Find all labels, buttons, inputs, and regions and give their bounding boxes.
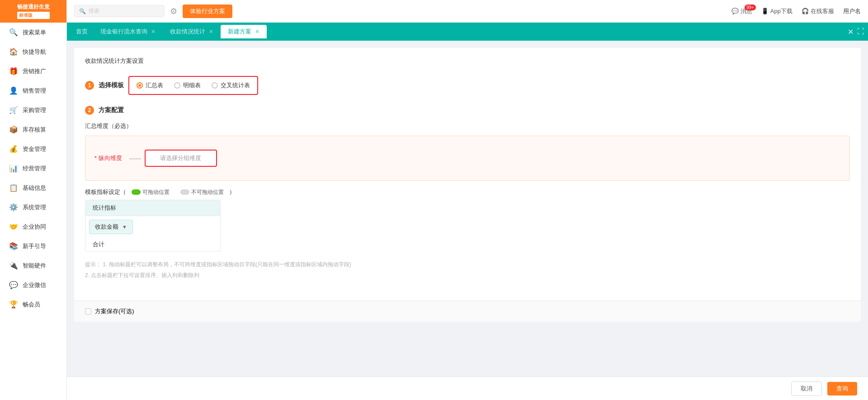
hint-item-2: 2. 点击标题栏下拉可设置排序、插入列和删除列 xyxy=(85,270,850,281)
sidebar-item-system[interactable]: ⚙️ 系统管理 xyxy=(0,198,66,217)
message-icon: 💬 xyxy=(731,8,739,14)
operation-icon: 📊 xyxy=(9,164,18,173)
message-btn[interactable]: 💬 99+ 消息 xyxy=(731,7,752,15)
app-logo: 畅捷通好生意 标准版 xyxy=(0,0,66,23)
topbar-right: 💬 99+ 消息 📱 App下载 🎧 在线客服 用户名 xyxy=(731,7,861,15)
metrics-config: 模板指标设定（ 可拖动位置 不可拖动位置 ） 统计指标 xyxy=(85,188,850,252)
close-new-scheme-icon[interactable]: ✕ xyxy=(255,28,259,35)
sidebar-item-basic-info[interactable]: 📋 基础信息 xyxy=(0,178,66,198)
sidebar-label-membership: 畅会员 xyxy=(23,301,40,309)
metrics-tag[interactable]: 收款金额 ▼ xyxy=(89,220,133,234)
topbar: 🔍 搜索 ⚙ 体验行业方案 💬 99+ 消息 📱 App下载 🎧 在线客服 用户… xyxy=(67,0,868,23)
system-icon: ⚙️ xyxy=(9,203,18,212)
trial-btn[interactable]: 体验行业方案 xyxy=(183,5,232,18)
sidebar-item-sales[interactable]: 👤 销售管理 xyxy=(0,81,66,100)
radio-summary[interactable]: 汇总表 xyxy=(137,81,163,89)
dimension-select-btn[interactable]: 请选择分组维度 xyxy=(145,150,217,167)
message-badge: 99+ xyxy=(745,5,756,10)
sidebar-item-finance[interactable]: 💰 资金管理 xyxy=(0,139,66,159)
sidebar-item-inventory[interactable]: 📦 库存核算 xyxy=(0,120,66,139)
template-options: 汇总表 明细表 交叉统计表 xyxy=(128,76,258,95)
app-download-label: App下载 xyxy=(770,7,793,15)
save-checkbox[interactable] xyxy=(85,308,91,315)
query-button[interactable]: 查询 xyxy=(827,382,857,395)
basic-info-icon: 📋 xyxy=(9,184,18,192)
radio-cross-label: 交叉统计表 xyxy=(221,81,250,89)
app-name: 畅捷通好生意 xyxy=(17,4,50,11)
form-card: 收款情况统计方案设置 1 选择模板 汇总表 明细表 交 xyxy=(74,48,861,301)
sidebar-label-inventory: 库存核算 xyxy=(23,126,46,134)
search-icon: 🔍 xyxy=(79,8,86,14)
sidebar-label-system: 系统管理 xyxy=(23,203,46,212)
radio-summary-btn[interactable] xyxy=(137,82,143,89)
sidebar-item-smart-hardware[interactable]: 🔌 智能硬件 xyxy=(0,256,66,275)
sidebar-label-operation: 经营管理 xyxy=(23,165,46,173)
close-cash-bank-icon[interactable]: ✕ xyxy=(151,28,156,35)
sidebar-item-enterprise-wechat[interactable]: 💬 企业微信 xyxy=(0,275,66,295)
save-label: 方案保存(可选) xyxy=(95,307,134,315)
minimize-icon[interactable]: ✕ xyxy=(848,28,854,36)
radio-detail[interactable]: 明细表 xyxy=(174,81,201,89)
page-title: 收款情况统计方案设置 xyxy=(85,57,850,69)
sidebar-label-quick-nav: 快捷导航 xyxy=(23,48,46,56)
search-box[interactable]: 🔍 搜索 xyxy=(74,5,165,17)
maximize-icon[interactable]: ⛶ xyxy=(857,28,864,36)
dimension-area: * 纵向维度 —— 请选择分组维度 xyxy=(85,136,850,181)
app-download-btn[interactable]: 📱 App下载 xyxy=(761,7,793,15)
sidebar-item-purchase[interactable]: 🛒 采购管理 xyxy=(0,100,66,120)
step2-header: 2 方案配置 xyxy=(85,106,850,115)
sidebar-label-finance: 资金管理 xyxy=(23,145,46,153)
sidebar-item-membership[interactable]: 🏆 畅会员 xyxy=(0,295,66,314)
sidebar-label-purchase: 采购管理 xyxy=(23,106,46,114)
finance-icon: 💰 xyxy=(9,145,18,153)
metrics-area-header: 统计指标 xyxy=(85,200,220,216)
purchase-icon: 🛒 xyxy=(9,106,18,114)
tabbar: 首页 现金银行流水查询 ✕ 收款情况统计 ✕ 新建方案 ✕ ✕ ⛶ xyxy=(67,23,868,41)
step1-label: 选择模板 xyxy=(99,81,124,89)
sidebar: 畅捷通好生意 标准版 🔍 搜索菜单 🏠 快捷导航 🎁 营销推广 👤 销售管理 🛒… xyxy=(0,0,67,400)
settings-icon[interactable]: ⚙ xyxy=(170,6,177,16)
radio-cross[interactable]: 交叉统计表 xyxy=(212,81,250,89)
sidebar-label-sales: 销售管理 xyxy=(23,87,46,95)
tab-home-label: 首页 xyxy=(76,28,88,36)
dimension-title: 汇总维度（必选） xyxy=(85,122,850,130)
close-receipt-stats-icon[interactable]: ✕ xyxy=(209,28,213,35)
radio-detail-btn[interactable] xyxy=(174,82,180,89)
sales-icon: 👤 xyxy=(9,86,18,95)
metrics-tag-label: 收款金额 xyxy=(95,223,118,231)
hint-section: 提示： 1. 拖动标题栏可以调整布局，不可跨维度或指标区域拖动目字段(只能在同一… xyxy=(85,259,850,281)
tab-new-scheme[interactable]: 新建方案 ✕ xyxy=(221,25,267,38)
sidebar-item-enterprise-collab[interactable]: 🤝 企业协同 xyxy=(0,217,66,236)
config-section: 汇总维度（必选） * 纵向维度 —— 请选择分组维度 模板指标设定（ 可拖动位置 xyxy=(85,122,850,281)
step2-label: 方案配置 xyxy=(99,106,124,114)
quick-nav-icon: 🏠 xyxy=(9,47,18,56)
app-edition: 标准版 xyxy=(17,12,50,19)
radio-cross-btn[interactable] xyxy=(212,82,218,89)
sidebar-item-marketing[interactable]: 🎁 营销推广 xyxy=(0,61,66,81)
dimension-arrow: —— xyxy=(129,155,141,162)
tab-new-scheme-label: 新建方案 xyxy=(228,28,251,36)
metrics-config-label: 模板指标设定（ xyxy=(85,188,126,196)
non-draggable-indicator xyxy=(180,189,189,195)
tab-cash-bank[interactable]: 现金银行流水查询 ✕ xyxy=(93,25,163,38)
sidebar-item-quick-nav[interactable]: 🏠 快捷导航 xyxy=(0,42,66,61)
sidebar-item-search-menu[interactable]: 🔍 搜索菜单 xyxy=(0,23,66,42)
online-support-btn[interactable]: 🎧 在线客服 xyxy=(802,7,834,15)
radio-detail-label: 明细表 xyxy=(183,81,201,89)
dimension-required-label: * 纵向维度 xyxy=(94,154,122,162)
tab-home[interactable]: 首页 xyxy=(71,25,93,38)
newbie-icon: 📚 xyxy=(9,242,18,250)
sidebar-item-operation[interactable]: 📊 经营管理 xyxy=(0,159,66,178)
draggable-label: 可拖动位置 xyxy=(142,188,170,196)
online-support-icon: 🎧 xyxy=(802,8,809,14)
marketing-icon: 🎁 xyxy=(9,67,18,75)
sidebar-label-enterprise-wechat: 企业微信 xyxy=(23,281,46,289)
sidebar-item-newbie[interactable]: 📚 新手引导 xyxy=(0,236,66,256)
username-label[interactable]: 用户名 xyxy=(843,7,861,15)
step1-num: 1 xyxy=(85,81,94,90)
step2-num: 2 xyxy=(85,106,94,115)
cancel-button[interactable]: 取消 xyxy=(791,381,822,396)
metrics-config-end: ） xyxy=(229,188,235,196)
tab-receipt-stats[interactable]: 收款情况统计 ✕ xyxy=(163,25,221,38)
footer-bar: 取消 查询 xyxy=(67,376,868,400)
